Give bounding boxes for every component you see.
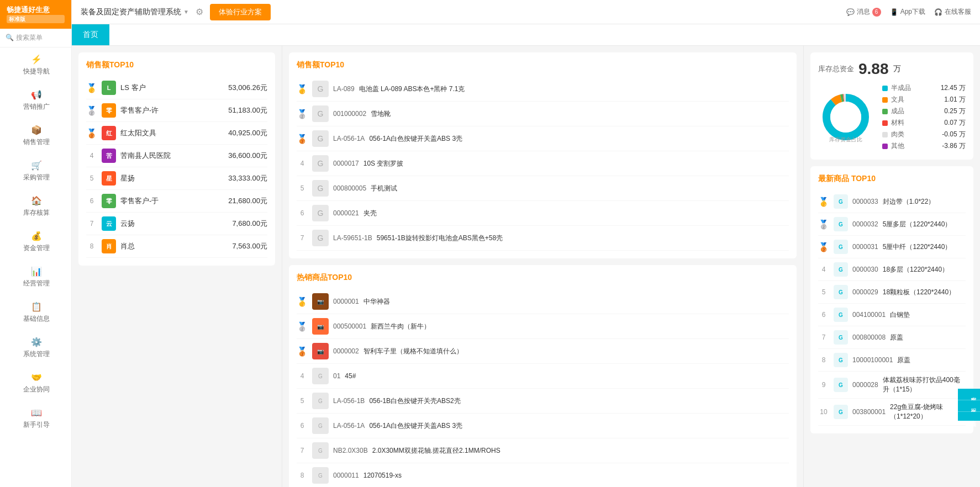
hot-product-item: 5 G LA-056-1B 056-1B白色按键开关壳ABS2壳 bbox=[297, 389, 789, 414]
rank-num: 7 bbox=[86, 220, 97, 227]
new-num: 8 bbox=[818, 356, 829, 364]
new-num: 7 bbox=[818, 334, 829, 341]
new-name: 5厘多层（1220*2440） bbox=[883, 220, 966, 229]
new-product-item: 🥉 G 0000031 5厘中纤（1220*2440） bbox=[818, 236, 966, 258]
hot-product-img-placeholder: G bbox=[312, 368, 329, 384]
hot-num: 6 bbox=[297, 422, 308, 430]
messages-btn[interactable]: 💬 消息 6 bbox=[846, 7, 881, 17]
rank-name: 云扬 bbox=[120, 219, 228, 229]
try-btn[interactable]: 体验行业方案 bbox=[210, 4, 271, 20]
headset-icon: 🎧 bbox=[934, 8, 942, 16]
rank-avatar: 零 bbox=[102, 103, 116, 118]
sidebar-item-8[interactable]: 📋 基础信息 bbox=[0, 295, 71, 330]
inventory-label: 库存总资金 bbox=[818, 64, 854, 74]
new-product-icon: G bbox=[834, 240, 848, 254]
tab-home[interactable]: 首页 bbox=[72, 24, 109, 45]
sales-products-card: 销售额TOP10 🥇 G LA-089 电池盖 LA-089 ABS本色+黑种 … bbox=[289, 52, 797, 258]
sidebar-item-9[interactable]: ⚙️ 系统管理 bbox=[0, 330, 71, 366]
messages-label: 消息 bbox=[857, 7, 870, 17]
nav-icon-3: 📦 bbox=[31, 125, 42, 135]
legend-value: 0.07 万 bbox=[944, 118, 966, 128]
new-code: 0000031 bbox=[852, 243, 878, 251]
sales-product-item: 4 G 0000017 10S 变割罗披 bbox=[297, 151, 789, 176]
legend-value: 0.25 万 bbox=[944, 107, 966, 116]
nav-label-3: 销售管理 bbox=[23, 137, 50, 147]
sidebar-item-3[interactable]: 📦 销售管理 bbox=[0, 118, 71, 153]
sidebar-item-2[interactable]: 📢 营销推广 bbox=[0, 83, 71, 118]
float-btn-live[interactable]: 直播 bbox=[958, 412, 980, 421]
nav-icon-11: 📖 bbox=[31, 407, 42, 418]
new-product-icon: G bbox=[834, 262, 848, 277]
float-btn-service[interactable]: 客服热线 bbox=[958, 389, 980, 400]
search-area[interactable]: 🔍 搜索菜单 bbox=[0, 29, 71, 47]
sales-products-title: 销售额TOP10 bbox=[297, 60, 789, 70]
settings-icon[interactable]: ⚙ bbox=[196, 7, 203, 17]
sidebar-item-10[interactable]: 🤝 企业协同 bbox=[0, 366, 71, 401]
system-selector[interactable]: 装备及固定资产辅助管理系统 ▼ bbox=[81, 7, 189, 17]
hot-product-img: 📷 bbox=[312, 293, 329, 310]
sidebar-item-5[interactable]: 🏠 库存核算 bbox=[0, 189, 71, 224]
rank-avatar: 云 bbox=[102, 216, 116, 231]
online-service-btn[interactable]: 🎧 在线客服 bbox=[934, 7, 971, 17]
product-medal: 🥉 bbox=[297, 134, 308, 144]
new-product-icon: G bbox=[834, 330, 848, 345]
new-product-item: 7 G 000800008 原盖 bbox=[818, 326, 966, 349]
sales-product-item: 🥉 G LA-056-1A 056-1A白色按键开关盖ABS 3壳 bbox=[297, 126, 789, 151]
new-products-title: 最新商品 TOP10 bbox=[818, 174, 966, 184]
new-product-icon: G bbox=[834, 308, 848, 322]
product-num: 4 bbox=[297, 160, 308, 167]
new-name: 封边带（1.0*22） bbox=[883, 197, 966, 207]
hot-product-item: 4 G 01 45# bbox=[297, 364, 789, 389]
product-name: 雪地靴 bbox=[371, 109, 789, 119]
float-btn-community[interactable]: 服务社区 bbox=[958, 400, 980, 412]
product-num: 5 bbox=[297, 184, 308, 192]
svg-point-5 bbox=[830, 102, 861, 133]
donut-chart: 库存资金占比 bbox=[818, 89, 873, 145]
legend-item: 肉类 -0.05 万 bbox=[882, 129, 966, 140]
nav-icon-10: 🤝 bbox=[31, 372, 42, 383]
product-num: 6 bbox=[297, 209, 308, 217]
legend-item: 半成品 12.45 万 bbox=[882, 82, 966, 94]
col-mid: 销售额TOP10 🥇 G LA-089 电池盖 LA-089 ABS本色+黑种 … bbox=[282, 46, 803, 487]
legend-value: -0.05 万 bbox=[942, 130, 966, 139]
nav-icon-1: ⚡ bbox=[31, 54, 42, 65]
float-btns: 客服热线 服务社区 直播 bbox=[958, 389, 980, 421]
hot-name: 056-1B白色按键开关壳ABS2壳 bbox=[369, 396, 789, 406]
system-title: 装备及固定资产辅助管理系统 bbox=[81, 7, 181, 17]
hot-product-item: 🥈 📷 000500001 新西兰牛肉（新牛） bbox=[297, 314, 789, 339]
hot-name: 新西兰牛肉（新牛） bbox=[371, 322, 789, 331]
product-img: G bbox=[312, 155, 329, 172]
nav-label-4: 采购管理 bbox=[23, 173, 50, 182]
sidebar-item-4[interactable]: 🛒 采购管理 bbox=[0, 153, 71, 189]
new-code: 0000028 bbox=[852, 381, 878, 389]
sidebar-item-1[interactable]: ⚡ 快捷导航 bbox=[0, 47, 71, 83]
app-logo: 畅捷通好生意 标准版 bbox=[0, 0, 71, 29]
nav-label-10: 企业协同 bbox=[23, 385, 50, 394]
rank-amount: 40,925.00元 bbox=[228, 128, 267, 138]
rank-avatar: 红 bbox=[102, 126, 116, 140]
hot-num: 7 bbox=[297, 447, 308, 454]
dropdown-arrow-icon: ▼ bbox=[183, 9, 189, 15]
product-img: G bbox=[312, 130, 329, 147]
sidebar-item-6[interactable]: 💰 资金管理 bbox=[0, 224, 71, 260]
new-products-card: 最新商品 TOP10 🥇 G 0000033 封边带（1.0*22） 🥈 G 0… bbox=[810, 166, 973, 433]
rank-item: 🥇 L LS 客户 53,006.26元 bbox=[86, 77, 267, 99]
legend-dot bbox=[882, 97, 888, 103]
customer-rank-title: 销售额TOP10 bbox=[86, 60, 267, 70]
sidebar-item-7[interactable]: 📊 经营管理 bbox=[0, 260, 71, 295]
inventory-unit: 万 bbox=[893, 64, 901, 74]
app-download-btn[interactable]: 📱 App下载 bbox=[890, 7, 925, 17]
sidebar-item-11[interactable]: 📖 新手引导 bbox=[0, 401, 71, 436]
rank-medal: 🥇 bbox=[86, 83, 97, 93]
hot-medal: 🥈 bbox=[297, 321, 308, 332]
rank-item: 4 苦 苦南县人民医院 36,600.00元 bbox=[86, 145, 267, 167]
col-right: 库存总资金 9.88 万 bbox=[803, 46, 980, 487]
product-code: LA-056-1A bbox=[333, 135, 365, 142]
new-product-icon: G bbox=[834, 194, 848, 209]
rank-avatar: 肖 bbox=[102, 239, 116, 253]
sales-product-item: 🥈 G 001000002 雪地靴 bbox=[297, 102, 789, 126]
new-product-item: 8 G 10000100001 原盖 bbox=[818, 349, 966, 372]
legend-label: 材料 bbox=[891, 118, 941, 128]
new-name: 原盖 bbox=[897, 356, 966, 365]
search-label: 搜索菜单 bbox=[16, 33, 43, 43]
